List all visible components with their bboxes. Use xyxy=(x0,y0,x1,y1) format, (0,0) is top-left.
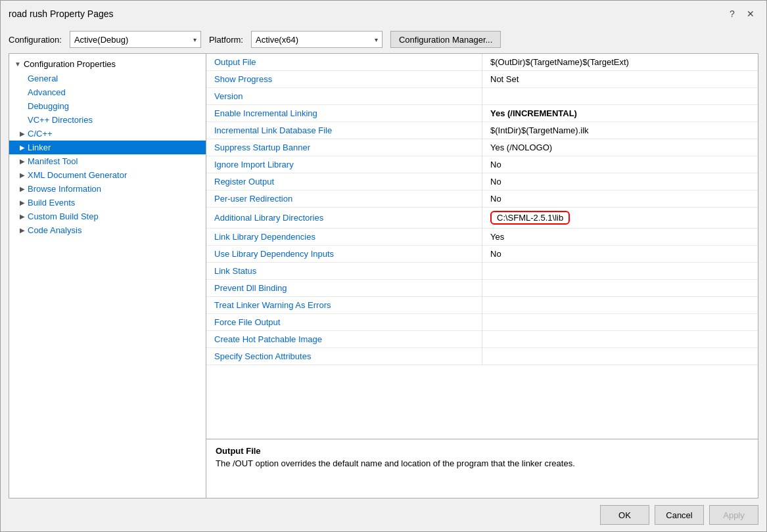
sidebar-item-debugging[interactable]: Debugging xyxy=(9,99,206,113)
expand-icon: ▶ xyxy=(20,171,25,179)
table-row[interactable]: Prevent Dll Binding xyxy=(206,280,758,297)
configuration-value: Active(Debug) xyxy=(74,35,191,45)
expand-icon: ▶ xyxy=(20,213,25,220)
sidebar-item-vc-dirs[interactable]: VC++ Directories xyxy=(9,113,206,127)
sidebar-item-linker-label: Linker xyxy=(28,143,51,152)
sidebar-item-browse-info-label: Browse Information xyxy=(28,184,101,194)
property-value: Yes (/NOLOGO) xyxy=(482,139,758,156)
sidebar-item-code-analysis[interactable]: ▶ Code Analysis xyxy=(9,223,206,237)
property-pages-dialog: road rush Property Pages ? ✕ Configurati… xyxy=(0,0,767,532)
ok-button[interactable]: OK xyxy=(600,505,649,525)
property-name: Ignore Import Library xyxy=(206,156,482,173)
property-name: Use Library Dependency Inputs xyxy=(206,246,482,263)
property-value xyxy=(482,297,758,314)
table-row[interactable]: Register OutputNo xyxy=(206,173,758,190)
tree-root: ▼ Configuration Properties xyxy=(9,56,206,72)
platform-value: Active(x64) xyxy=(256,35,372,45)
expand-icon: ▶ xyxy=(20,158,25,165)
property-name: Prevent Dll Binding xyxy=(206,280,482,297)
expand-icon: ▶ xyxy=(20,227,25,234)
table-row[interactable]: Enable Incremental LinkingYes (/INCREMEN… xyxy=(206,105,758,122)
sidebar-item-custom-build-label: Custom Build Step xyxy=(28,211,99,221)
apply-button[interactable]: Apply xyxy=(709,505,758,525)
platform-dropdown[interactable]: Active(x64) ▾ xyxy=(251,31,383,48)
table-row[interactable]: Additional Library DirectoriesC:\SFML-2.… xyxy=(206,208,758,229)
property-name: Output File xyxy=(206,54,482,71)
chevron-down-icon: ▾ xyxy=(375,36,378,43)
property-name: Incremental Link Database File xyxy=(206,122,482,139)
table-row[interactable]: Specify Section Attributes xyxy=(206,348,758,365)
table-row[interactable]: Incremental Link Database File$(IntDir)$… xyxy=(206,122,758,139)
property-name: Suppress Startup Banner xyxy=(206,139,482,156)
property-name: Additional Library Directories xyxy=(206,208,482,229)
info-description: The /OUT option overrides the default na… xyxy=(216,458,749,468)
sidebar-item-manifest-tool[interactable]: ▶ Manifest Tool xyxy=(9,154,206,168)
property-name: Enable Incremental Linking xyxy=(206,105,482,122)
sidebar-item-manifest-tool-label: Manifest Tool xyxy=(28,156,78,166)
table-row[interactable]: Treat Linker Warning As Errors xyxy=(206,297,758,314)
sidebar-item-cpp[interactable]: ▶ C/C++ xyxy=(9,127,206,141)
property-name: Link Status xyxy=(206,263,482,280)
table-row[interactable]: Link Status xyxy=(206,263,758,280)
sidebar-item-linker[interactable]: ▶ Linker xyxy=(9,141,206,154)
expand-icon: ▶ xyxy=(20,144,25,151)
sidebar-item-custom-build[interactable]: ▶ Custom Build Step xyxy=(9,210,206,223)
sidebar-item-build-events-label: Build Events xyxy=(28,198,75,208)
title-bar-buttons: ? ✕ xyxy=(724,6,758,22)
property-name: Link Library Dependencies xyxy=(206,229,482,246)
sidebar-item-advanced[interactable]: Advanced xyxy=(9,85,206,99)
property-name: Treat Linker Warning As Errors xyxy=(206,297,482,314)
chevron-down-icon: ▾ xyxy=(193,36,197,43)
property-value xyxy=(482,314,758,331)
property-name: Version xyxy=(206,88,482,105)
property-value: No xyxy=(482,190,758,208)
config-bar: Configuration: Active(Debug) ▾ Platform:… xyxy=(1,26,766,53)
collapse-icon: ▼ xyxy=(14,60,21,68)
property-value: No xyxy=(482,246,758,263)
footer: OK Cancel Apply xyxy=(1,499,766,531)
table-row[interactable]: Use Library Dependency InputsNo xyxy=(206,246,758,263)
sidebar-item-code-analysis-label: Code Analysis xyxy=(28,225,81,235)
expand-icon: ▶ xyxy=(20,130,25,137)
platform-label: Platform: xyxy=(209,35,243,45)
config-label: Configuration: xyxy=(9,35,62,45)
tree-panel: ▼ Configuration Properties General Advan… xyxy=(9,54,206,498)
table-row[interactable]: Show ProgressNot Set xyxy=(206,71,758,88)
table-row[interactable]: Link Library DependenciesYes xyxy=(206,229,758,246)
table-row[interactable]: Output File$(OutDir)$(TargetName)$(Targe… xyxy=(206,54,758,71)
property-value: Yes xyxy=(482,229,758,246)
info-panel: Output File The /OUT option overrides th… xyxy=(206,439,758,498)
expand-icon: ▶ xyxy=(20,185,25,192)
property-value xyxy=(482,331,758,348)
dialog-title: road rush Property Pages xyxy=(9,9,114,19)
properties-grid: Output File$(OutDir)$(TargetName)$(Targe… xyxy=(206,54,758,365)
table-row[interactable]: Create Hot Patchable Image xyxy=(206,331,758,348)
table-row[interactable]: Version xyxy=(206,88,758,105)
cancel-button[interactable]: Cancel xyxy=(655,505,704,525)
table-row[interactable]: Ignore Import LibraryNo xyxy=(206,156,758,173)
property-name: Register Output xyxy=(206,173,482,190)
property-name: Create Hot Patchable Image xyxy=(206,331,482,348)
sidebar-item-general[interactable]: General xyxy=(9,72,206,85)
property-value: $(IntDir)$(TargetName).ilk xyxy=(482,122,758,139)
sidebar-item-xml-doc[interactable]: ▶ XML Document Generator xyxy=(9,168,206,182)
table-row[interactable]: Suppress Startup BannerYes (/NOLOGO) xyxy=(206,139,758,156)
tree-root-label: Configuration Properties xyxy=(24,59,116,69)
expand-icon: ▶ xyxy=(20,199,25,206)
property-value: Yes (/INCREMENTAL) xyxy=(482,105,758,122)
config-manager-button[interactable]: Configuration Manager... xyxy=(390,31,501,48)
close-button[interactable]: ✕ xyxy=(743,6,758,22)
title-bar: road rush Property Pages ? ✕ xyxy=(1,1,766,26)
sidebar-item-browse-info[interactable]: ▶ Browse Information xyxy=(9,182,206,196)
property-value: C:\SFML-2.5.1\lib xyxy=(482,208,758,229)
property-value: No xyxy=(482,156,758,173)
property-value: No xyxy=(482,173,758,190)
configuration-dropdown[interactable]: Active(Debug) ▾ xyxy=(70,31,201,48)
property-value: Not Set xyxy=(482,71,758,88)
help-button[interactable]: ? xyxy=(724,6,740,22)
sidebar-item-xml-doc-label: XML Document Generator xyxy=(28,170,127,180)
sidebar-item-build-events[interactable]: ▶ Build Events xyxy=(9,196,206,210)
table-row[interactable]: Per-user RedirectionNo xyxy=(206,190,758,208)
table-row[interactable]: Force File Output xyxy=(206,314,758,331)
property-name: Specify Section Attributes xyxy=(206,348,482,365)
